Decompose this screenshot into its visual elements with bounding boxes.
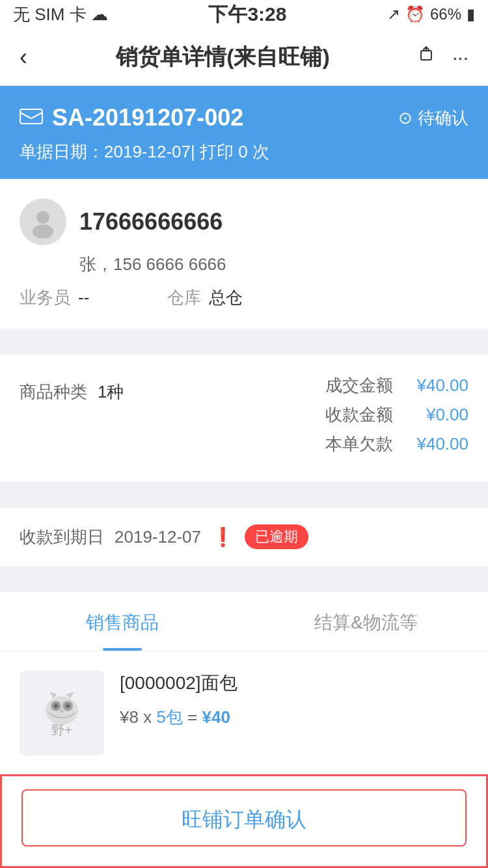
share-icon[interactable] xyxy=(418,46,437,68)
status-time: 下午3:28 xyxy=(208,1,286,28)
overdue-badge: 已逾期 xyxy=(245,524,308,549)
order-id: SA-20191207-002 xyxy=(20,104,243,131)
order-header: SA-20191207-002 ⊙ 待确认 单据日期：2019-12-07| 打… xyxy=(0,86,488,179)
svg-point-9 xyxy=(55,705,57,707)
status-right: ↗ ⏰ 66% ▮ xyxy=(387,5,475,23)
customer-meta: 业务员 -- 仓库 总仓 xyxy=(20,286,468,309)
product-name: [0000002]面包 xyxy=(120,671,468,696)
alarm-icon: ⏰ xyxy=(405,5,425,23)
warehouse-label: 仓库 xyxy=(167,286,201,309)
tabs-section: 销售商品 结算&物流等 xyxy=(0,592,488,775)
salesman-label: 业务员 xyxy=(20,286,70,309)
confirm-order-button[interactable]: 旺铺订单确认 xyxy=(21,789,467,847)
nav-bar: ‹ 销货单详情(来自旺铺) ··· xyxy=(0,29,488,86)
product-total: ¥40 xyxy=(202,707,230,727)
battery-percent: 66% xyxy=(430,5,461,23)
product-thumbnail: 野+ xyxy=(20,671,104,755)
svg-rect-0 xyxy=(421,51,431,60)
avatar xyxy=(20,198,66,245)
battery-icon: ▮ xyxy=(467,5,475,23)
customer-section: 17666666666 张，156 6666 6666 业务员 -- 仓库 总仓 xyxy=(0,179,488,329)
salesman-value: -- xyxy=(78,288,89,308)
order-status: ⊙ 待确认 xyxy=(398,107,468,129)
svg-rect-1 xyxy=(20,109,42,124)
order-icon xyxy=(20,104,43,131)
more-button[interactable]: ··· xyxy=(452,46,468,68)
status-left: 无 SIM 卡 ☁ xyxy=(13,3,108,26)
logo-text: 野+ xyxy=(51,722,72,739)
back-button[interactable]: ‹ xyxy=(20,44,27,71)
warning-icon: ❗ xyxy=(211,526,234,548)
svg-point-3 xyxy=(33,224,53,238)
page-title: 销货单详情(来自旺铺) xyxy=(116,42,330,72)
order-date: 单据日期：2019-12-07| 打印 0 次 xyxy=(20,141,468,163)
svg-point-10 xyxy=(66,705,69,707)
balance-value: ¥40.00 xyxy=(403,434,468,454)
svg-point-2 xyxy=(36,211,49,224)
location-icon: ↗ xyxy=(387,5,400,23)
stats-right: 成交金额 ¥40.00 收款金额 ¥0.00 本单欠款 ¥40.00 xyxy=(244,374,468,462)
received-label: 收款金额 xyxy=(325,403,393,426)
tab-sales-products[interactable]: 销售商品 xyxy=(0,592,244,651)
transaction-value: ¥40.00 xyxy=(403,375,468,396)
balance-label: 本单欠款 xyxy=(325,433,393,455)
customer-name: 张，156 6666 6666 xyxy=(79,253,468,276)
due-date-label: 收款到期日 xyxy=(20,526,104,549)
tabs-row: 销售商品 结算&物流等 xyxy=(0,592,488,651)
stats-left: 商品种类 1种 xyxy=(20,374,244,403)
tab-settlement[interactable]: 结算&物流等 xyxy=(244,592,488,651)
due-date-value: 2019-12-07 xyxy=(115,527,201,547)
confirm-button-wrap: 旺铺订单确认 xyxy=(0,774,488,868)
due-section: 收款到期日 2019-12-07 ❗ 已逾期 xyxy=(0,508,488,566)
warehouse-value: 总仓 xyxy=(209,286,243,309)
product-item: 野+ [0000002]面包 ¥8 x 5包 = ¥40 xyxy=(20,671,468,755)
nav-actions: ··· xyxy=(418,46,468,68)
multiply-sign: x xyxy=(143,707,152,727)
product-type-label: 商品种类 xyxy=(20,381,87,403)
status-bar: 无 SIM 卡 ☁ 下午3:28 ↗ ⏰ 66% ▮ xyxy=(0,0,488,29)
sim-status: 无 SIM 卡 ☁ xyxy=(13,3,108,26)
product-info: [0000002]面包 ¥8 x 5包 = ¥40 xyxy=(120,671,468,755)
price-unit: ¥8 xyxy=(120,707,139,727)
product-price-row: ¥8 x 5包 = ¥40 xyxy=(120,706,468,729)
product-section: 野+ [0000002]面包 ¥8 x 5包 = ¥40 xyxy=(0,651,488,775)
transaction-label: 成交金额 xyxy=(325,374,393,397)
product-qty: 5包 xyxy=(156,707,182,727)
customer-phone: 17666666666 xyxy=(79,208,223,236)
stats-section: 商品种类 1种 成交金额 ¥40.00 收款金额 ¥0.00 本单欠款 ¥40.… xyxy=(0,355,488,481)
clock-icon: ⊙ xyxy=(398,108,413,128)
received-value: ¥0.00 xyxy=(403,405,468,425)
product-type-count: 1种 xyxy=(98,381,124,403)
equals-sign: = xyxy=(187,707,197,727)
